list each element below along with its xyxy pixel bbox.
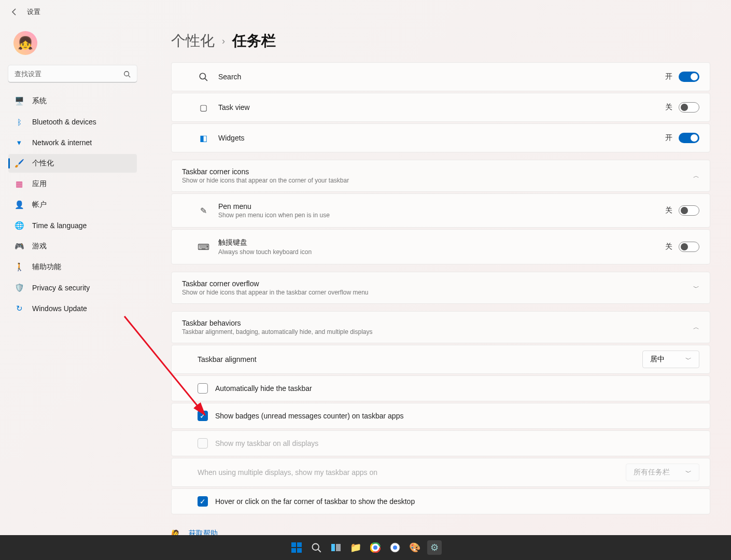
taskbar-settings-icon[interactable]: ⚙ xyxy=(427,540,442,555)
svg-rect-6 xyxy=(297,548,302,553)
svg-point-16 xyxy=(393,545,397,550)
apps-icon: ▦ xyxy=(15,179,24,189)
breadcrumb: 个性化 › 任务栏 xyxy=(171,31,710,51)
nav-accounts[interactable]: 👤帐户 xyxy=(8,195,137,214)
taskbar-taskview-icon[interactable] xyxy=(329,540,343,555)
row-touch-keyboard: ⌨ 触摸键盘 Always show touch keyboard icon 关 xyxy=(171,229,710,264)
taskview-icon: ▢ xyxy=(198,102,209,113)
chevron-down-icon: ﹀ xyxy=(685,468,692,477)
taskbar-explorer-icon[interactable]: 📁 xyxy=(348,540,363,555)
globe-icon: 🌐 xyxy=(15,221,24,230)
checkbox-badges[interactable]: ✓ xyxy=(198,411,208,421)
taskbar-chrome-icon[interactable] xyxy=(368,540,383,555)
svg-rect-3 xyxy=(291,542,296,547)
row-search: Search 开 xyxy=(171,62,710,91)
row-widgets: ◧ Widgets 开 xyxy=(171,123,710,152)
keyboard-icon: ⌨ xyxy=(198,241,209,253)
back-icon[interactable] xyxy=(10,8,19,16)
nav-gaming[interactable]: 🎮游戏 xyxy=(8,237,137,256)
app-title: 设置 xyxy=(27,7,40,17)
chevron-right-icon: › xyxy=(222,36,225,47)
svg-point-14 xyxy=(373,545,377,550)
bluetooth-icon: ᛒ xyxy=(15,117,24,127)
system-icon: 🖥️ xyxy=(15,96,24,106)
dropdown-alignment[interactable]: 居中 ﹀ xyxy=(642,351,699,368)
breadcrumb-current: 任务栏 xyxy=(232,31,276,51)
dropdown-multi-displays: 所有任务栏 ﹀ xyxy=(626,464,699,481)
avatar[interactable]: 👧 xyxy=(13,31,37,55)
search-input[interactable] xyxy=(8,65,137,82)
svg-point-1 xyxy=(200,73,205,79)
nav-personalization[interactable]: 🖌️个性化 xyxy=(8,154,137,173)
row-multi-displays: When using multiple displays, show my ta… xyxy=(171,458,710,487)
checkbox-autohide[interactable] xyxy=(198,383,208,394)
row-badges: ✓ Show badges (unread messages counter) … xyxy=(171,403,710,429)
row-hover-corner: ✓ Hover or click on the far corner of ta… xyxy=(171,488,710,514)
accessibility-icon: 🚶 xyxy=(15,262,24,272)
row-taskview: ▢ Task view 关 xyxy=(171,93,710,122)
row-pen-menu: ✎ Pen menu Show pen menu icon when pen i… xyxy=(171,193,710,228)
chevron-up-icon: ︿ xyxy=(693,172,699,180)
person-icon: 👤 xyxy=(15,200,24,209)
nav-windows-update[interactable]: ↻Windows Update xyxy=(8,299,137,318)
brush-icon: 🖌️ xyxy=(15,159,24,168)
pen-icon: ✎ xyxy=(198,205,209,216)
svg-point-0 xyxy=(124,71,129,76)
chevron-up-icon: ︿ xyxy=(693,323,699,332)
chevron-down-icon: ﹀ xyxy=(685,355,692,364)
nav-apps[interactable]: ▦应用 xyxy=(8,175,137,193)
taskbar-paint-icon[interactable]: 🎨 xyxy=(407,540,422,555)
toggle-widgets[interactable] xyxy=(679,133,699,143)
nav-bluetooth[interactable]: ᛒBluetooth & devices xyxy=(8,113,137,131)
section-corner-icons[interactable]: Taskbar corner icons Show or hide icons … xyxy=(171,160,710,192)
checkbox-all-displays xyxy=(198,438,208,449)
toggle-touch-keyboard[interactable] xyxy=(679,242,699,252)
nav-accessibility[interactable]: 🚶辅助功能 xyxy=(8,258,137,276)
checkbox-hover-corner[interactable]: ✓ xyxy=(198,496,208,507)
taskbar-chrome2-icon[interactable] xyxy=(388,540,402,555)
row-taskbar-alignment: Taskbar alignment 居中 ﹀ xyxy=(171,345,710,374)
nav-network[interactable]: ▾Network & internet xyxy=(8,133,137,152)
breadcrumb-parent[interactable]: 个性化 xyxy=(171,31,215,51)
toggle-search[interactable] xyxy=(679,72,699,82)
gamepad-icon: 🎮 xyxy=(15,242,24,251)
svg-point-7 xyxy=(313,544,319,551)
chevron-down-icon: ﹀ xyxy=(693,284,699,292)
update-icon: ↻ xyxy=(15,304,24,313)
svg-rect-5 xyxy=(291,548,296,553)
search-icon xyxy=(123,71,131,78)
wifi-icon: ▾ xyxy=(15,138,24,147)
row-autohide: Automatically hide the taskbar xyxy=(171,375,710,401)
svg-rect-9 xyxy=(336,544,341,551)
start-icon[interactable] xyxy=(289,540,304,555)
svg-rect-4 xyxy=(297,542,302,547)
taskbar: 📁 🎨 ⚙ xyxy=(0,535,731,560)
widgets-icon: ◧ xyxy=(198,132,209,144)
nav-time-language[interactable]: 🌐Time & language xyxy=(8,216,137,235)
row-all-displays: Show my taskbar on all displays xyxy=(171,430,710,456)
section-overflow[interactable]: Taskbar corner overflow Show or hide ico… xyxy=(171,272,710,304)
section-behaviors[interactable]: Taskbar behaviors Taskbar alignment, bad… xyxy=(171,311,710,343)
shield-icon: 🛡️ xyxy=(15,283,24,292)
taskbar-search-icon[interactable] xyxy=(309,540,324,555)
svg-rect-8 xyxy=(331,544,335,551)
nav-system[interactable]: 🖥️系统 xyxy=(8,92,137,110)
toggle-pen-menu[interactable] xyxy=(679,205,699,216)
search-row-icon xyxy=(198,71,209,82)
nav-privacy[interactable]: 🛡️Privacy & security xyxy=(8,278,137,297)
toggle-taskview[interactable] xyxy=(679,102,699,113)
